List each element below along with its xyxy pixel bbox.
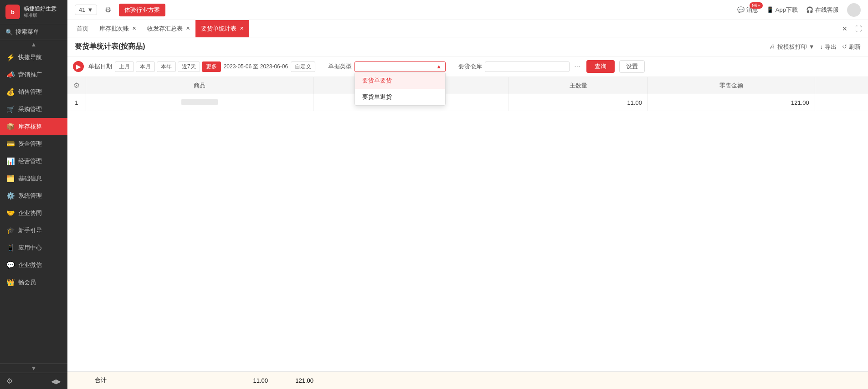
refresh-action[interactable]: ↺ 刷新 [842,43,861,51]
sidebar-scroll-up[interactable]: ▲ [0,40,67,49]
main-content: 41 ▼ ⚙ 体验行业方案 💬 消息 99+ 📱 App下载 🎧 在线客服 [67,0,868,389]
collapse-icon[interactable]: ◀▶ [51,378,61,385]
cell-qty-0: 11.00 [509,94,648,111]
sidebar-item-inventory[interactable]: 📦库存核算 [0,118,67,135]
messages-item[interactable]: 💬 消息 99+ [737,6,758,14]
sidebar-item-member[interactable]: 👑畅会员 [0,274,67,291]
export-label: 导出 [825,43,837,51]
nav-label-marketing: 营销推广 [18,71,42,79]
logo-sub: 标准版 [24,12,56,19]
sidebar-item-finance[interactable]: 💳资金管理 [0,135,67,153]
date-quick-btn-4[interactable]: 更多 [202,61,221,72]
footer-amount: 121.00 [273,377,319,384]
warehouse-field[interactable] [485,61,570,72]
sidebar-item-apps[interactable]: 📱应用中心 [0,239,67,256]
sidebar-item-sales[interactable]: 💰销售管理 [0,83,67,101]
date-quick-btn-0[interactable]: 上月 [115,61,134,72]
print-label: 按模板打印 [777,43,807,51]
settings-icon[interactable]: ⚙ [6,377,13,385]
nav-icon-apps: 📱 [6,244,15,252]
warehouse-input[interactable] [489,63,565,70]
more-options-btn[interactable]: ··· [572,62,582,71]
nav-icon-member: 👑 [6,278,15,287]
nav-label-member: 畅会员 [18,278,36,287]
tab-expand-btn[interactable]: ⛶ [853,23,864,35]
dropdown-item-1[interactable]: 要货单退货 [355,89,445,105]
trial-button[interactable]: 体验行业方案 [119,4,165,16]
type-select-input[interactable] [359,63,436,70]
export-action[interactable]: ↓ 导出 [820,43,837,51]
nav-icon-purchase: 🛒 [6,105,15,113]
nav-label-apps: 应用中心 [18,244,42,252]
sidebar-item-operations[interactable]: 📊经营管理 [0,153,67,170]
service-icon: 🎧 [806,6,813,13]
tab-close-order-stats[interactable]: ✕ [240,26,244,31]
data-table: ⚙ 商品 主计量单位 主数量 零售金额 1 块 11.00 121.00 [67,77,868,111]
select-arrow-up-icon[interactable]: ▲ [436,63,442,70]
settings-row-button[interactable]: 设置 [619,60,645,73]
table-settings-icon[interactable]: ⚙ [73,82,80,89]
col-extra [815,77,868,94]
footer-total-label: 合计 [91,376,182,384]
date-quick-btn-3[interactable]: 近7天 [178,61,200,72]
warehouse-filter-label: 要货仓库 [458,62,482,71]
nav-icon-marketing: 📣 [6,71,15,79]
sidebar-item-marketing[interactable]: 📣营销推广 [0,66,67,83]
print-action[interactable]: 🖨 按模板打印 ▼ [770,43,815,51]
type-dropdown: 要货单要货要货单退货 [354,72,446,106]
user-avatar[interactable] [847,3,861,17]
tab-order-stats[interactable]: 要货单统计表✕ [195,20,249,37]
table-footer: 合计 11.00 121.00 [67,371,868,389]
nav-label-corp: 企业协同 [18,209,42,217]
sidebar-item-wechat[interactable]: 💬企业微信 [0,256,67,274]
product-placeholder-0 [181,99,218,105]
header-settings-btn[interactable]: ⚙ [102,4,114,16]
nav-icon-operations: 📊 [6,157,15,165]
refresh-label: 刷新 [849,43,861,51]
date-filter-label: 单据日期 [88,62,112,71]
tab-close-all-btn[interactable]: ✕ [839,23,851,35]
tab-inventory-batch[interactable]: 库存批次账✕ [94,20,142,37]
nav-label-guide: 新手引导 [18,226,42,235]
nav-icon-guide: 🎓 [6,226,15,235]
tab-close-inventory-batch[interactable]: ✕ [132,26,136,31]
nav-label-operations: 经营管理 [18,157,42,165]
online-service-item[interactable]: 🎧 在线客服 [806,6,839,14]
sidebar-item-corp[interactable]: 🤝企业协同 [0,205,67,222]
page-header: 要货单统计表(按商品) 🖨 按模板打印 ▼ ↓ 导出 ↺ 刷新 [67,37,868,56]
store-selector[interactable]: 41 ▼ [75,5,97,15]
date-quick-btn-1[interactable]: 本月 [136,61,155,72]
filter-expand-btn[interactable]: ▶ [73,61,84,72]
top-header: 41 ▼ ⚙ 体验行业方案 💬 消息 99+ 📱 App下载 🎧 在线客服 [67,0,868,20]
dropdown-item-0[interactable]: 要货单要货 [355,72,445,89]
sidebar-item-guide[interactable]: 🎓新手引导 [0,222,67,239]
app-download-item[interactable]: 📱 App下载 [766,6,798,14]
nav-icon-quick: ⚡ [6,53,15,61]
tab-home[interactable]: 首页 [71,20,94,37]
app-icon: 📱 [766,6,774,13]
nav-label-basic: 基础信息 [18,174,42,183]
cell-product-0 [86,94,313,111]
sidebar-bottom: ⚙ ◀▶ [0,373,67,389]
sidebar-search[interactable]: 🔍 搜索菜单 [0,24,67,40]
print-dropdown-icon: ▼ [809,43,815,50]
date-quick-btn-2[interactable]: 本年 [157,61,176,72]
query-button[interactable]: 查询 [586,60,615,73]
nav-icon-inventory: 📦 [6,123,15,131]
nav-icon-system: ⚙️ [6,192,15,200]
sidebar-nav: ⚡快捷导航📣营销推广💰销售管理🛒采购管理📦库存核算💳资金管理📊经营管理🗂️基础信… [0,49,67,363]
type-select-field[interactable]: ▲ [354,61,446,72]
tab-receive-summary[interactable]: 收发存汇总表✕ [142,20,195,37]
tab-bar: 首页库存批次账✕收发存汇总表✕要货单统计表✕ ✕ ⛶ [67,20,868,37]
sidebar-item-purchase[interactable]: 🛒采购管理 [0,101,67,118]
sidebar-item-system[interactable]: ⚙️系统管理 [0,187,67,205]
sidebar-item-quick[interactable]: ⚡快捷导航 [0,49,67,66]
logo-name: 畅捷通好生意 [24,5,56,13]
col-qty: 主数量 [509,77,648,94]
nav-icon-finance: 💳 [6,140,15,148]
tab-close-receive-summary[interactable]: ✕ [186,26,190,31]
sidebar-scroll-down[interactable]: ▼ [0,363,67,373]
sidebar-item-basic[interactable]: 🗂️基础信息 [0,170,67,187]
cell-extra-0 [815,94,868,111]
custom-date-btn[interactable]: 自定义 [291,61,315,72]
